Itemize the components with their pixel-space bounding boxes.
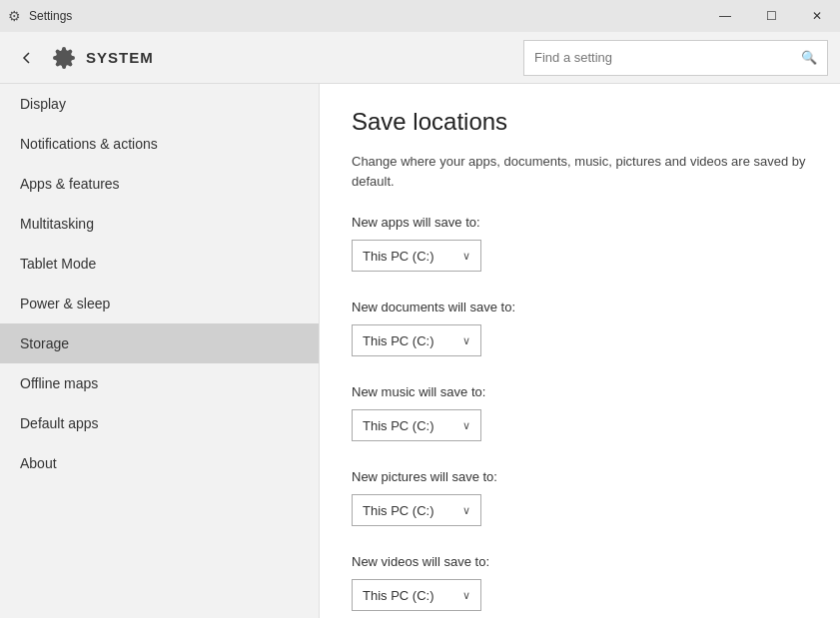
- app-header-title: SYSTEM: [86, 49, 154, 66]
- sidebar-item-apps-features[interactable]: Apps & features: [0, 164, 319, 204]
- settings-container: New apps will save to:This PC (C:)∨New d…: [352, 215, 808, 611]
- sidebar-item-storage[interactable]: Storage: [0, 323, 319, 363]
- dropdown-apps-save[interactable]: This PC (C:)∨: [352, 240, 481, 272]
- content-title: Save locations: [352, 108, 808, 136]
- app-header-left: SYSTEM: [12, 43, 154, 73]
- title-bar: ⚙ Settings — ☐ ✕: [0, 0, 840, 32]
- setting-label-documents-save: New documents will save to:: [352, 300, 808, 314]
- title-bar-controls: — ☐ ✕: [702, 0, 840, 32]
- title-bar-left: ⚙ Settings: [8, 8, 72, 24]
- dropdown-music-save[interactable]: This PC (C:)∨: [352, 409, 481, 441]
- setting-group-videos-save: New videos will save to:This PC (C:)∨: [352, 554, 808, 611]
- sidebar-item-about[interactable]: About: [0, 443, 319, 483]
- setting-label-music-save: New music will save to:: [352, 384, 808, 399]
- dropdown-value-music-save: This PC (C:): [363, 418, 434, 433]
- dropdown-value-apps-save: This PC (C:): [363, 249, 434, 264]
- maximize-button[interactable]: ☐: [748, 0, 794, 32]
- close-button[interactable]: ✕: [794, 0, 840, 32]
- dropdown-value-videos-save: This PC (C:): [363, 588, 434, 603]
- setting-label-pictures-save: New pictures will save to:: [352, 469, 808, 484]
- sidebar-item-display[interactable]: Display: [0, 84, 319, 124]
- setting-group-music-save: New music will save to:This PC (C:)∨: [352, 384, 808, 441]
- dropdown-videos-save[interactable]: This PC (C:)∨: [352, 579, 481, 611]
- app-header: SYSTEM 🔍: [0, 32, 840, 84]
- chevron-down-icon: ∨: [462, 504, 470, 517]
- chevron-down-icon: ∨: [462, 589, 470, 602]
- sidebar-item-power-sleep[interactable]: Power & sleep: [0, 284, 319, 323]
- dropdown-value-documents-save: This PC (C:): [363, 333, 434, 348]
- sidebar-item-offline-maps[interactable]: Offline maps: [0, 363, 319, 403]
- back-icon: [20, 51, 34, 65]
- main-layout: DisplayNotifications & actionsApps & fea…: [0, 84, 840, 618]
- search-icon: 🔍: [801, 50, 817, 65]
- setting-label-videos-save: New videos will save to:: [352, 554, 808, 569]
- dropdown-value-pictures-save: This PC (C:): [363, 503, 434, 518]
- setting-group-documents-save: New documents will save to:This PC (C:)∨: [352, 300, 808, 356]
- minimize-button[interactable]: —: [702, 0, 748, 32]
- search-box[interactable]: 🔍: [523, 40, 828, 76]
- content-area: Save locations Change where your apps, d…: [320, 84, 840, 618]
- search-input[interactable]: [534, 50, 801, 65]
- setting-label-apps-save: New apps will save to:: [352, 215, 808, 230]
- sidebar-item-tablet-mode[interactable]: Tablet Mode: [0, 244, 319, 284]
- sidebar-item-multitasking[interactable]: Multitasking: [0, 204, 319, 244]
- chevron-down-icon: ∨: [462, 334, 470, 347]
- sidebar-item-notifications[interactable]: Notifications & actions: [0, 124, 319, 164]
- sidebar-item-default-apps[interactable]: Default apps: [0, 403, 319, 443]
- dropdown-pictures-save[interactable]: This PC (C:)∨: [352, 494, 481, 526]
- back-button[interactable]: [12, 43, 42, 73]
- chevron-down-icon: ∨: [462, 419, 470, 432]
- sidebar: DisplayNotifications & actionsApps & fea…: [0, 84, 320, 618]
- title-bar-title: Settings: [29, 9, 72, 23]
- setting-group-pictures-save: New pictures will save to:This PC (C:)∨: [352, 469, 808, 526]
- gear-icon: [52, 46, 76, 70]
- content-description: Change where your apps, documents, music…: [352, 152, 808, 191]
- chevron-down-icon: ∨: [462, 250, 470, 263]
- setting-group-apps-save: New apps will save to:This PC (C:)∨: [352, 215, 808, 272]
- dropdown-documents-save[interactable]: This PC (C:)∨: [352, 324, 481, 356]
